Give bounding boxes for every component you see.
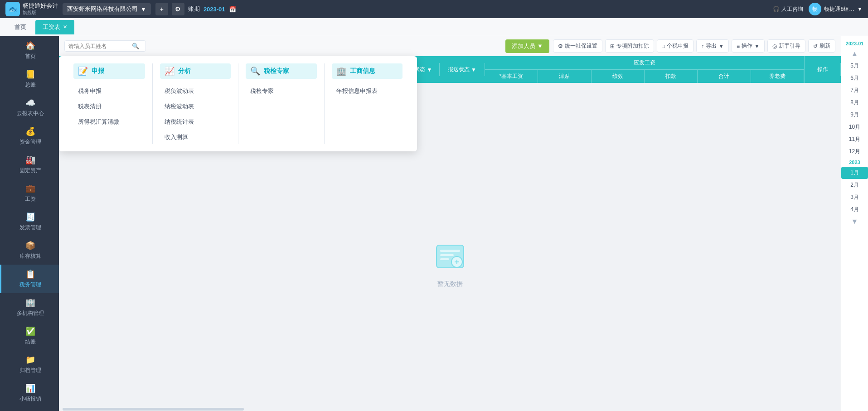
checkout-icon: ✅ (25, 326, 35, 336)
item-income-calc[interactable]: 收入测算 (160, 131, 231, 144)
sidebar-item-report-label: 小畅报销 (19, 395, 41, 403)
sidebar-item-salary[interactable]: 💼 工资 (0, 179, 59, 208)
calendar-up-button[interactable]: ▲ (849, 48, 860, 60)
sidebar-item-report[interactable]: 📊 小畅报销 (0, 379, 59, 407)
settings-icon[interactable]: ⚙ (172, 3, 184, 15)
cal-month-3-2023[interactable]: 3月 (841, 191, 868, 203)
multi-org-icon: 🏢 (25, 298, 35, 308)
operation-button[interactable]: ≡ 操作 ▼ (732, 39, 765, 53)
dropdown-arrow-icon: ▼ (141, 6, 146, 13)
headset-icon: 🎧 (773, 6, 780, 12)
cal-month-9-2022[interactable]: 9月 (841, 109, 868, 121)
cal-month-1-2023[interactable]: 1月 (841, 167, 868, 179)
export-label: 导出 (706, 42, 717, 50)
section-expert-title: 税检专家 (264, 67, 289, 75)
cal-month-8-2022[interactable]: 8月 (841, 97, 868, 109)
section-analysis-header: 📈 分析 (160, 63, 231, 79)
cal-month-2-2023[interactable]: 2月 (841, 179, 868, 191)
item-tax-burden[interactable]: 税负波动表 (160, 84, 231, 98)
sidebar-item-home[interactable]: 🏠 首页 (0, 36, 59, 65)
item-annual-report[interactable]: 年报信息申报表 (332, 84, 403, 98)
item-tax-stat[interactable]: 纳税统计表 (160, 115, 231, 129)
export-button[interactable]: ↑ 导出 ▼ (696, 39, 729, 53)
refresh-button[interactable]: ↺ 刷新 (808, 39, 835, 53)
empty-state-text: 暂无数据 (437, 280, 463, 288)
calendar-icon[interactable]: 📅 (229, 6, 236, 13)
report-filter-icon: ▼ (471, 67, 476, 73)
cal-month-5-2022[interactable]: 5月 (841, 60, 868, 72)
personal-tax-button[interactable]: □ 个税申报 (657, 39, 693, 53)
special-deduct-label: 专项附加扣除 (616, 42, 649, 50)
sidebar-item-invoice[interactable]: 🧾 发票管理 (0, 208, 59, 236)
tab-salary[interactable]: 工资表 ✕ (35, 20, 74, 34)
sidebar-item-multi-org[interactable]: 🏢 多机构管理 (0, 293, 59, 322)
item-tax-payment[interactable]: 纳税波动表 (160, 100, 231, 113)
user-name: 畅捷通8组… (824, 5, 854, 13)
item-tax-declare[interactable]: 税务申报 (73, 84, 145, 98)
cal-month-12-2022[interactable]: 12月 (841, 145, 868, 158)
add-person-button[interactable]: 添加人员 ▼ (505, 39, 549, 53)
guide-button[interactable]: ◎ 新手引导 (767, 39, 805, 53)
cal-month-6-2022[interactable]: 6月 (841, 72, 868, 84)
th-allowance: 津贴 (538, 70, 591, 83)
filter-icon: ▼ (427, 67, 432, 73)
customer-service-button[interactable]: 🎧 人工咨询 (773, 5, 803, 13)
sidebar-item-general-ledger[interactable]: 📒 总账 (0, 65, 59, 93)
search-wrap: 🔍 (64, 40, 146, 52)
company-selector[interactable]: 西安虾米网络科技有限公司 ▼ (63, 3, 151, 15)
sidebar-item-cloud-report[interactable]: ☁️ 云报表中心 (0, 93, 59, 122)
sidebar-item-fixed-assets[interactable]: 🏭 固定资产 (0, 150, 59, 179)
toolbar-actions: ⚙ 统一社保设置 ⊞ 专项附加扣除 □ 个税申报 ↑ 导出 ▼ ≡ (553, 39, 835, 53)
sidebar-item-checkout[interactable]: ✅ 结账 (0, 322, 59, 350)
user-area[interactable]: 畅 畅捷通8组… ▼ (809, 3, 863, 15)
cal-month-10-2022[interactable]: 10月 (841, 121, 868, 133)
social-security-label: 统一社保设置 (565, 42, 597, 50)
logo-sub: 旗舰版 (23, 10, 58, 16)
refresh-label: 刷新 (820, 42, 830, 50)
special-deduct-button[interactable]: ⊞ 专项附加扣除 (605, 39, 654, 53)
search-input[interactable] (68, 43, 132, 49)
logo-area: 🐟 畅捷通好会计 旗舰版 (5, 2, 58, 16)
cal-month-4-2023[interactable]: 4月 (841, 203, 868, 216)
item-tax-expert[interactable]: 税检专家 (246, 84, 317, 98)
ledger-icon: 📒 (25, 69, 35, 79)
company-name: 西安虾米网络科技有限公司 (67, 5, 138, 13)
sidebar-item-cloud-label: 云报表中心 (17, 110, 44, 117)
horizontal-scrollbar[interactable] (63, 408, 244, 411)
sidebar-item-archive-label: 归档管理 (19, 367, 41, 374)
sidebar-item-tax[interactable]: 📋 税务管理 (0, 265, 59, 293)
sidebar-item-multi-org-label: 多机构管理 (17, 309, 44, 317)
item-tax-form[interactable]: 税表清册 (73, 100, 145, 113)
svg-rect-3 (440, 258, 449, 260)
sidebar-item-tax-label: 税务管理 (19, 281, 41, 289)
avatar: 畅 (809, 3, 821, 15)
item-income-tax[interactable]: 所得税汇算清缴 (73, 115, 145, 129)
operation-arrow: ▼ (754, 43, 760, 49)
guide-label: 新手引导 (779, 42, 800, 50)
tab-home[interactable]: 首页 (7, 20, 34, 34)
th-ops: 操作 (805, 63, 841, 76)
social-security-button[interactable]: ⚙ 统一社保设置 (553, 39, 602, 53)
cal-month-7-2022[interactable]: 7月 (841, 84, 868, 97)
calendar-period-label: 2023.01 (846, 39, 864, 48)
cloud-icon: ☁️ (25, 98, 35, 108)
th-pension: 养老费 (751, 70, 804, 83)
export-arrow: ▼ (718, 43, 724, 49)
export-icon: ↑ (701, 43, 704, 49)
analysis-icon: 📈 (165, 66, 175, 76)
add-company-button[interactable]: + (155, 3, 168, 15)
sidebar-item-fund-label: 资金管理 (19, 138, 41, 146)
sidebar-item-assets-label: 固定资产 (19, 167, 41, 174)
sidebar-item-inventory[interactable]: 📦 库存核算 (0, 236, 59, 265)
add-person-arrow: ▼ (537, 43, 543, 49)
sidebar-item-fund[interactable]: 💰 资金管理 (0, 122, 59, 150)
section-analysis-title: 分析 (178, 67, 191, 75)
sidebar-item-archive[interactable]: 📁 归档管理 (0, 350, 59, 379)
sidebar-item-inventory-label: 库存核算 (19, 252, 41, 260)
section-expert: 🔍 税检专家 税检专家 (238, 63, 324, 144)
cal-month-11-2022[interactable]: 11月 (841, 133, 868, 145)
tab-close-icon[interactable]: ✕ (63, 24, 67, 30)
sidebar-item-basic[interactable]: ⚙️ 基础设置 (0, 407, 59, 411)
calendar-down-button[interactable]: ▼ (849, 216, 860, 227)
th-report-status[interactable]: 报送状态 ▼ (440, 63, 485, 76)
